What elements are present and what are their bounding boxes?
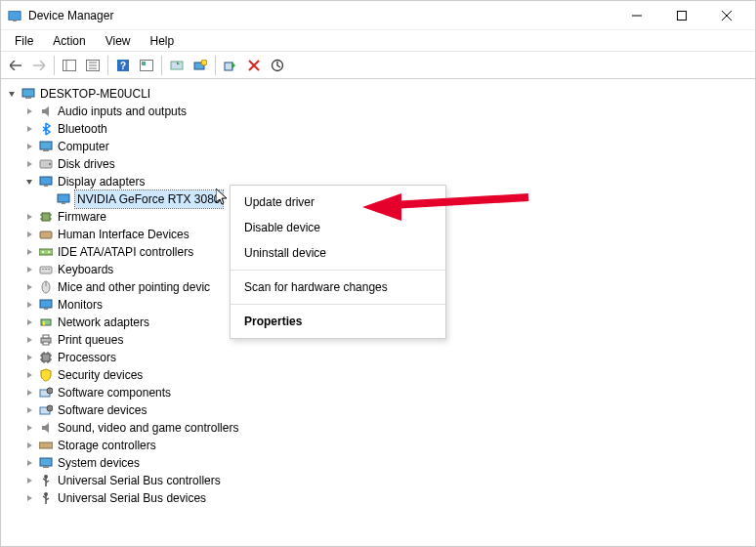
svg-point-65 bbox=[47, 388, 53, 394]
tool-forward-icon[interactable] bbox=[28, 55, 50, 76]
svg-rect-33 bbox=[42, 213, 50, 221]
chevron-right-icon[interactable] bbox=[22, 456, 36, 470]
chevron-right-icon[interactable] bbox=[22, 351, 36, 364]
tree-label: Disk drives bbox=[58, 155, 115, 173]
tree-item-swdevices[interactable]: Software devices bbox=[5, 401, 751, 419]
tool-show-hide-tree-icon[interactable] bbox=[59, 55, 80, 76]
close-button[interactable] bbox=[704, 1, 749, 30]
tool-back-icon[interactable] bbox=[5, 55, 26, 76]
tool-disable-icon[interactable] bbox=[267, 55, 288, 76]
chip-icon bbox=[38, 209, 54, 225]
menu-view[interactable]: View bbox=[96, 32, 141, 50]
security-icon bbox=[38, 367, 54, 383]
monitor-icon bbox=[38, 297, 54, 313]
svg-rect-25 bbox=[40, 142, 52, 149]
tree-label: Human Interface Devices bbox=[58, 226, 189, 243]
tree-label: Processors bbox=[58, 349, 116, 366]
chevron-right-icon[interactable] bbox=[22, 245, 36, 259]
mouse-icon bbox=[38, 279, 54, 295]
chevron-right-icon[interactable] bbox=[22, 421, 36, 435]
menu-action[interactable]: Action bbox=[43, 32, 95, 50]
cm-disable-device[interactable]: Disable device bbox=[231, 215, 445, 240]
chevron-right-icon[interactable] bbox=[22, 474, 36, 487]
chevron-right-icon[interactable] bbox=[22, 122, 36, 136]
svg-point-28 bbox=[49, 163, 51, 165]
menu-help[interactable]: Help bbox=[141, 32, 185, 50]
tree-label: Print queues bbox=[58, 331, 123, 349]
network-icon bbox=[38, 315, 54, 330]
tree-item-sound[interactable]: Sound, video and game controllers bbox=[5, 419, 751, 437]
tree-item-usbdevices[interactable]: Universal Serial Bus devices bbox=[5, 489, 751, 507]
chevron-down-icon[interactable] bbox=[5, 87, 19, 101]
cm-properties[interactable]: Properties bbox=[231, 309, 445, 334]
minimize-button[interactable] bbox=[614, 1, 659, 30]
computer-icon bbox=[38, 455, 54, 471]
tree-label: Mice and other pointing devic bbox=[58, 278, 210, 296]
tree-item-disk[interactable]: Disk drives bbox=[5, 155, 751, 173]
tree-item-storage[interactable]: Storage controllers bbox=[5, 437, 751, 454]
toggle-spacer bbox=[40, 192, 54, 206]
chevron-right-icon[interactable] bbox=[22, 263, 36, 276]
tree-label: Monitors bbox=[58, 296, 103, 314]
chevron-right-icon[interactable] bbox=[22, 333, 36, 347]
chevron-right-icon[interactable] bbox=[22, 280, 36, 294]
tree-item-bluetooth[interactable]: Bluetooth bbox=[5, 120, 751, 138]
cm-uninstall-device[interactable]: Uninstall device bbox=[231, 240, 445, 266]
tree-label: DESKTOP-ME0UCLI bbox=[40, 85, 150, 103]
app-icon bbox=[7, 8, 22, 23]
svg-rect-31 bbox=[58, 194, 69, 202]
chevron-right-icon[interactable] bbox=[22, 403, 36, 417]
chevron-right-icon[interactable] bbox=[22, 210, 36, 224]
tool-enable-icon[interactable] bbox=[220, 55, 241, 76]
tool-uninstall-icon[interactable] bbox=[243, 55, 265, 76]
chevron-right-icon[interactable] bbox=[22, 298, 36, 312]
cm-update-driver[interactable]: Update driver bbox=[231, 189, 445, 215]
storage-icon bbox=[38, 438, 54, 453]
chevron-right-icon[interactable] bbox=[22, 105, 36, 118]
tree-item-system[interactable]: System devices bbox=[5, 454, 751, 472]
software-icon bbox=[38, 402, 54, 418]
svg-rect-44 bbox=[45, 269, 47, 270]
cm-scan-hardware[interactable]: Scan for hardware changes bbox=[231, 274, 445, 300]
svg-point-18 bbox=[201, 60, 207, 65]
computer-icon bbox=[21, 86, 36, 102]
chevron-down-icon[interactable] bbox=[22, 175, 36, 189]
chevron-right-icon[interactable] bbox=[22, 140, 36, 153]
display-icon bbox=[56, 191, 71, 207]
tree-item-computer[interactable]: Computer bbox=[5, 138, 751, 155]
tool-scan-hardware-icon[interactable] bbox=[189, 55, 211, 76]
svg-rect-70 bbox=[43, 466, 49, 468]
chevron-right-icon[interactable] bbox=[22, 439, 36, 452]
chip-icon bbox=[38, 350, 54, 365]
computer-icon bbox=[38, 139, 54, 154]
chevron-right-icon[interactable] bbox=[22, 386, 36, 400]
svg-rect-0 bbox=[9, 11, 21, 20]
tree-item-security[interactable]: Security devices bbox=[5, 366, 751, 384]
tree-item-swcomponents[interactable]: Software components bbox=[5, 384, 751, 401]
bluetooth-icon bbox=[38, 121, 54, 137]
audio-icon bbox=[38, 104, 54, 119]
chevron-right-icon[interactable] bbox=[22, 316, 36, 329]
chevron-right-icon[interactable] bbox=[22, 368, 36, 382]
svg-point-40 bbox=[42, 251, 44, 253]
tree-label: Computer bbox=[58, 138, 109, 155]
chevron-right-icon[interactable] bbox=[22, 228, 36, 241]
chevron-right-icon[interactable] bbox=[22, 491, 36, 505]
svg-rect-51 bbox=[43, 321, 45, 325]
tree-item-usbcontrollers[interactable]: Universal Serial Bus controllers bbox=[5, 472, 751, 489]
tree-label: Bluetooth bbox=[58, 120, 107, 138]
svg-point-41 bbox=[48, 251, 50, 253]
svg-rect-15 bbox=[142, 62, 146, 65]
tree-root[interactable]: DESKTOP-ME0UCLI bbox=[5, 85, 751, 103]
tree-item-audio[interactable]: Audio inputs and outputs bbox=[5, 103, 751, 120]
chevron-right-icon[interactable] bbox=[22, 157, 36, 171]
maximize-button[interactable] bbox=[659, 1, 704, 30]
tree-label: NVIDIA GeForce RTX 3080 bbox=[75, 190, 223, 208]
tree-label: Sound, video and game controllers bbox=[58, 419, 238, 437]
tool-help-icon[interactable]: ? bbox=[112, 55, 134, 76]
menu-file[interactable]: File bbox=[5, 32, 43, 50]
tool-update-driver-icon[interactable] bbox=[166, 55, 188, 76]
tool-properties-icon[interactable] bbox=[82, 55, 104, 76]
tree-item-processors[interactable]: Processors bbox=[5, 349, 751, 366]
tool-properties2-icon[interactable] bbox=[136, 55, 157, 76]
